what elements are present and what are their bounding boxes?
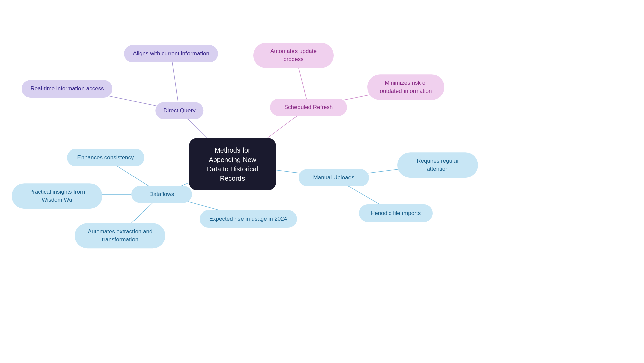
label-periodic-imports: Periodic file imports [371, 209, 421, 217]
node-realtime-access: Real-time information access [22, 80, 112, 98]
label-realtime-access: Real-time information access [30, 85, 104, 93]
label-manual-uploads: Manual Uploads [313, 174, 355, 182]
node-automates-update: Automates update process [253, 43, 334, 68]
node-expected-rise: Expected rise in usage in 2024 [200, 210, 297, 228]
label-direct-query: Direct Query [163, 107, 195, 115]
node-automates-extraction: Automates extraction and transformation [75, 223, 165, 248]
label-automates-extraction: Automates extraction and transformation [83, 228, 157, 244]
node-scheduled-refresh: Scheduled Refresh [270, 99, 347, 116]
node-minimizes-risk: Minimizes risk of outdated information [367, 74, 444, 100]
label-requires-attention: Requires regular attention [406, 157, 470, 173]
node-requires-attention: Requires regular attention [397, 152, 478, 178]
label-dataflows: Dataflows [149, 190, 174, 198]
label-aligns-current: Aligns with current information [133, 50, 209, 58]
node-direct-query: Direct Query [155, 102, 203, 119]
center-label: Methods for Appending New Data to Histor… [198, 145, 267, 183]
node-aligns-current: Aligns with current information [124, 45, 218, 62]
label-practical-insights: Practical insights from Wisdom Wu [20, 188, 94, 204]
label-scheduled-refresh: Scheduled Refresh [284, 103, 333, 111]
label-enhances-consistency: Enhances consistency [77, 154, 134, 162]
center-node: Methods for Appending New Data to Histor… [189, 138, 276, 190]
node-practical-insights: Practical insights from Wisdom Wu [12, 183, 102, 209]
label-automates-update: Automates update process [261, 47, 326, 63]
node-enhances-consistency: Enhances consistency [67, 149, 144, 166]
label-expected-rise: Expected rise in usage in 2024 [209, 215, 287, 223]
node-periodic-imports: Periodic file imports [359, 204, 433, 222]
node-dataflows: Dataflows [131, 186, 192, 203]
label-minimizes-risk: Minimizes risk of outdated information [375, 79, 436, 95]
node-manual-uploads: Manual Uploads [299, 169, 369, 186]
